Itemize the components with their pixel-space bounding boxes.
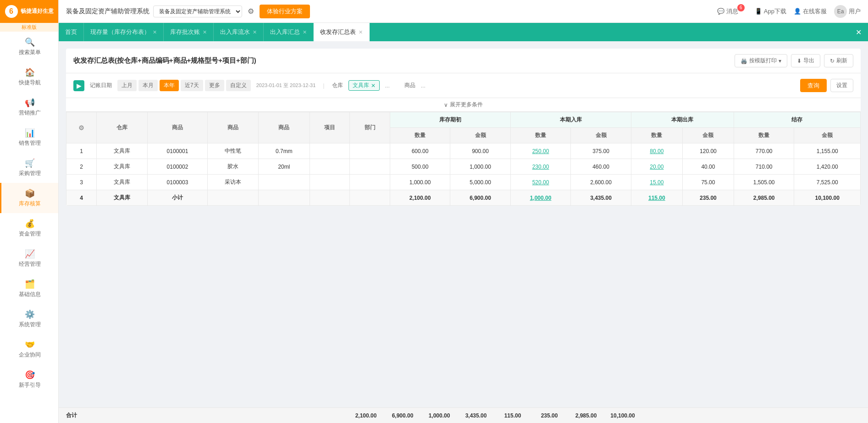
sidebar-item-marketing[interactable]: 📢 营销推广 <box>0 92 58 122</box>
cell-out-qty[interactable]: 115.00 <box>631 190 682 206</box>
col-period-out-header: 本期出库 <box>631 112 734 128</box>
online-service-item[interactable]: 👤 在线客服 <box>794 7 827 16</box>
table-row: 1 文具库 0100001 中性笔 0.7mm 600.00 900.00 25… <box>66 143 861 159</box>
date-btn-more[interactable]: 更多 <box>205 80 224 91</box>
col-settings-header[interactable]: ⚙ <box>66 112 97 143</box>
set-btn[interactable]: 设置 <box>830 79 853 92</box>
basic-icon: 🗂️ <box>25 279 35 289</box>
cell-out-amount: 40.00 <box>682 159 734 175</box>
sidebar-item-quick[interactable]: 🏠 快捷导航 <box>0 62 58 92</box>
system-icon: ⚙️ <box>25 309 35 319</box>
cell-begin-qty: 2,100.00 <box>390 190 450 206</box>
sidebar-item-purchase[interactable]: 🛒 采购管理 <box>0 153 58 183</box>
filter-toggle-btn[interactable]: ▶ <box>73 80 84 91</box>
in-qty-link[interactable]: 1,000.00 <box>530 195 552 201</box>
warehouse-tag: 文具库 ✕ <box>348 80 380 91</box>
close-icon[interactable]: ✕ <box>253 29 257 35</box>
query-btn[interactable]: 查询 <box>800 79 827 92</box>
expand-bar: ∨ 展开更多条件 <box>66 98 861 112</box>
sidebar-item-capital[interactable]: 💰 资金管理 <box>0 213 58 243</box>
refresh-btn[interactable]: ↻ 刷新 <box>824 54 853 67</box>
out-qty-link[interactable]: 20.00 <box>650 164 663 170</box>
cell-bal-qty: 770.00 <box>734 143 794 159</box>
date-btn-this-month[interactable]: 本月 <box>138 80 158 91</box>
date-label: 记账日期 <box>90 82 112 89</box>
topbar-left: 装备及固定资产辅助管理系统 装备及固定资产辅助管理系统 ⚙ 体验行业方案 <box>66 5 310 18</box>
close-icon[interactable]: ✕ <box>203 29 207 35</box>
goods-more-btn[interactable]: ... <box>421 82 426 89</box>
close-icon[interactable]: ✕ <box>153 29 157 35</box>
sidebar-item-label: 销售管理 <box>19 139 41 147</box>
cell-empty <box>310 190 349 206</box>
cell-in-qty[interactable]: 230.00 <box>510 159 571 175</box>
settings-icon[interactable]: ⚙ <box>78 124 84 132</box>
tab-home[interactable]: 首页 <box>59 23 84 41</box>
cell-in-qty[interactable]: 250.00 <box>510 143 571 159</box>
gear-icon[interactable]: ⚙ <box>246 5 256 17</box>
total-out-qty: 115.00 <box>494 412 531 419</box>
cell-bal-amount: 1,420.00 <box>794 159 861 175</box>
message-item[interactable]: 💬 消息 6 <box>717 7 747 16</box>
app-download-item[interactable]: 📱 App下载 <box>755 7 786 16</box>
sidebar-item-label: 基础信息 <box>19 291 41 298</box>
sidebar-item-newbie[interactable]: 🎯 新手引导 <box>0 364 58 395</box>
sidebar-item-sales[interactable]: 📊 销售管理 <box>0 122 58 153</box>
sidebar-item-basic[interactable]: 🗂️ 基础信息 <box>0 274 58 304</box>
cell-begin-qty: 1,000.00 <box>390 175 450 190</box>
date-btn-custom[interactable]: 自定义 <box>226 80 251 91</box>
tab-inventory-dist[interactable]: 现存量（库存分布表） ✕ <box>84 23 164 41</box>
table-row: 3 文具库 0100003 采访本 1,000.00 5,000.00 520.… <box>66 175 861 190</box>
export-btn[interactable]: ⬇ 导出 <box>791 54 820 67</box>
in-qty-link[interactable]: 230.00 <box>532 164 549 170</box>
tab-batch-account[interactable]: 库存批次账 ✕ <box>164 23 214 41</box>
sidebar-item-inventory[interactable]: 📦 库存核算 <box>0 183 58 213</box>
logo-circle: 6 <box>5 5 18 18</box>
cell-in-amount: 2,600.00 <box>571 175 631 190</box>
cell-out-qty[interactable]: 15.00 <box>631 175 682 190</box>
tab-inout-flow[interactable]: 出入库流水 ✕ <box>214 23 264 41</box>
sidebar-menu: 🔍 搜索菜单 🏠 快捷导航 📢 营销推广 📊 销售管理 🛒 采购管理 📦 库存核… <box>0 32 58 423</box>
cell-out-qty[interactable]: 80.00 <box>631 143 682 159</box>
in-qty-link[interactable]: 250.00 <box>532 148 549 154</box>
sidebar-item-search[interactable]: 🔍 搜索菜单 <box>0 32 58 62</box>
sidebar-item-label: 库存核算 <box>19 200 41 208</box>
close-icon[interactable]: ✕ <box>359 29 363 35</box>
col-project-header: 项目 <box>310 112 349 143</box>
page-actions: 🖨️ 按模版打印 ▾ ⬇ 导出 ↻ 刷新 <box>735 54 853 67</box>
date-btn-7days[interactable]: 近7天 <box>181 80 203 91</box>
expand-conditions-btn[interactable]: ∨ 展开更多条件 <box>444 101 483 109</box>
cell-out-qty[interactable]: 20.00 <box>631 159 682 175</box>
user-item[interactable]: Ea 用户 <box>834 5 861 18</box>
out-qty-link[interactable]: 115.00 <box>648 195 665 201</box>
sales-icon: 📊 <box>25 128 35 138</box>
cell-num: 2 <box>66 159 97 175</box>
print-btn[interactable]: 🖨️ 按模版打印 ▾ <box>735 54 787 67</box>
sidebar-item-operation[interactable]: 📈 经营管理 <box>0 243 58 274</box>
sidebar: 6 畅捷通好生意 标准版 🔍 搜索菜单 🏠 快捷导航 📢 营销推广 📊 销售管理… <box>0 0 59 423</box>
tab-inout-summary[interactable]: 出入库汇总 ✕ <box>264 23 314 41</box>
out-qty-link[interactable]: 15.00 <box>650 179 663 186</box>
warehouse-more-btn[interactable]: ... <box>385 82 390 89</box>
tabbar-close-icon[interactable]: ✕ <box>849 28 868 37</box>
cell-in-qty[interactable]: 520.00 <box>510 175 571 190</box>
experience-btn[interactable]: 体验行业方案 <box>260 5 310 18</box>
date-btn-this-year[interactable]: 本年 <box>160 80 179 91</box>
sidebar-item-enterprise[interactable]: 🤝 企业协同 <box>0 334 58 364</box>
warehouse-remove-icon[interactable]: ✕ <box>371 82 376 89</box>
export-icon: ⬇ <box>797 58 802 64</box>
message-badge: 6 <box>737 4 745 11</box>
col-begin-amount-header: 金额 <box>450 128 511 143</box>
col-goods-name-header: 商品 <box>208 112 259 143</box>
out-qty-link[interactable]: 80.00 <box>650 148 663 154</box>
in-qty-link[interactable]: 520.00 <box>532 179 549 186</box>
date-btn-prev-month[interactable]: 上月 <box>117 80 137 91</box>
col-in-amount-header: 金额 <box>571 128 631 143</box>
system-select[interactable]: 装备及固定资产辅助管理系统 <box>153 5 242 17</box>
cell-begin-amount: 6,900.00 <box>450 190 511 206</box>
sidebar-item-system[interactable]: ⚙️ 系统管理 <box>0 304 58 334</box>
tab-recv-send-summary[interactable]: 收发存汇总表 ✕ <box>314 23 370 41</box>
cell-num: 1 <box>66 143 97 159</box>
avatar: Ea <box>834 5 847 18</box>
close-icon[interactable]: ✕ <box>303 29 307 35</box>
cell-in-qty[interactable]: 1,000.00 <box>510 190 571 206</box>
